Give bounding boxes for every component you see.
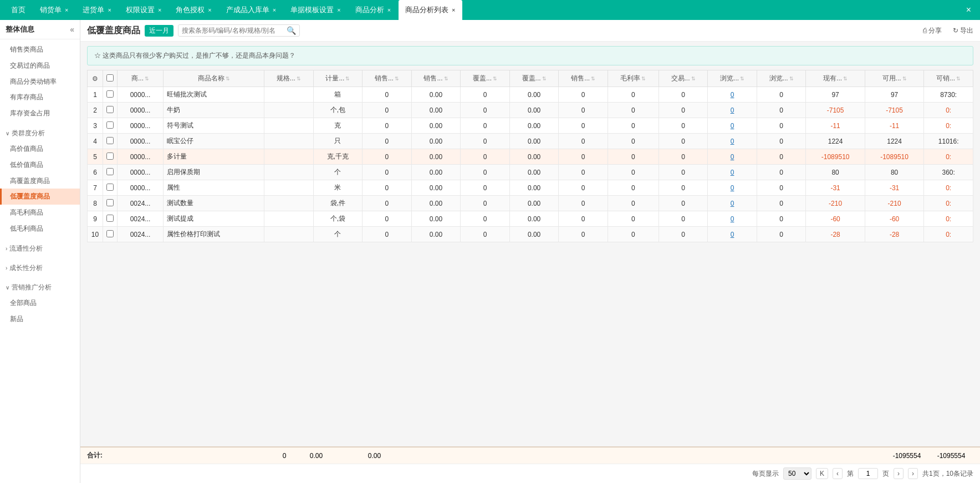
row-browse1[interactable]: 0 bbox=[708, 149, 757, 165]
nav-tab-goods-analysis[interactable]: 商品分析 × bbox=[349, 0, 397, 20]
nav-tab-sales-close[interactable]: × bbox=[65, 7, 68, 13]
nav-tab-goods-analysis-list-close[interactable]: × bbox=[452, 7, 455, 13]
sidebar-item-new-goods[interactable]: 新品 bbox=[0, 311, 80, 327]
row-cov2: 0.00 bbox=[509, 149, 559, 165]
nav-tab-roles-close[interactable]: × bbox=[208, 7, 211, 13]
col-gross-rate[interactable]: 毛利率⇅ bbox=[608, 70, 659, 87]
row-checkbox[interactable] bbox=[103, 165, 118, 180]
row-select-checkbox[interactable] bbox=[106, 90, 114, 98]
row-checkbox[interactable] bbox=[103, 149, 118, 165]
col-sales-amt[interactable]: 销售...⇅ bbox=[411, 70, 461, 87]
row-select-checkbox[interactable] bbox=[106, 184, 114, 191]
nav-tab-sales[interactable]: 销货单 × bbox=[33, 0, 75, 20]
row-cov1: 0 bbox=[461, 103, 510, 118]
col-unit[interactable]: 计量...⇅ bbox=[313, 70, 363, 87]
row-browse1[interactable]: 0 bbox=[708, 134, 757, 149]
row-browse1[interactable]: 0 bbox=[708, 196, 757, 211]
export-button[interactable]: ↻ 导出 bbox=[953, 26, 973, 35]
sidebar-item-in-stock[interactable]: 有库存商品 bbox=[0, 89, 80, 105]
sidebar-section-marketing-title[interactable]: ∨ 营销推广分析 bbox=[0, 280, 80, 295]
row-checkbox[interactable] bbox=[103, 103, 118, 118]
nav-tab-template-close[interactable]: × bbox=[337, 7, 340, 13]
row-select-checkbox[interactable] bbox=[106, 121, 114, 129]
row-checkbox[interactable] bbox=[103, 227, 118, 242]
col-sales-qty[interactable]: 销售...⇅ bbox=[363, 70, 412, 87]
sidebar-item-sales-goods[interactable]: 销售类商品 bbox=[0, 42, 80, 58]
nav-tab-permissions[interactable]: 权限设置 × bbox=[119, 0, 168, 20]
row-checkbox[interactable] bbox=[103, 211, 118, 227]
col-checkbox[interactable] bbox=[103, 70, 118, 87]
row-select-checkbox[interactable] bbox=[106, 230, 114, 237]
col-browse1[interactable]: 浏览...⇅ bbox=[708, 70, 757, 87]
row-browse1[interactable]: 0 bbox=[708, 103, 757, 118]
next-page-button[interactable]: › bbox=[894, 468, 904, 479]
row-select-checkbox[interactable] bbox=[106, 199, 114, 206]
page-size-select[interactable]: 50 20 100 bbox=[783, 467, 811, 480]
row-browse1[interactable]: 0 bbox=[708, 211, 757, 227]
nav-tab-goods-analysis-close[interactable]: × bbox=[387, 7, 391, 13]
row-browse1[interactable]: 0 bbox=[708, 165, 757, 180]
row-checkbox[interactable] bbox=[103, 134, 118, 149]
col-current[interactable]: 现有...⇅ bbox=[806, 70, 865, 87]
sidebar-item-high-coverage[interactable]: 高覆盖度商品 bbox=[0, 173, 80, 189]
sidebar-item-high-margin[interactable]: 高毛利商品 bbox=[0, 205, 80, 221]
sidebar-collapse-button[interactable]: « bbox=[70, 25, 74, 34]
page-number-input[interactable] bbox=[858, 468, 878, 479]
row-select-checkbox[interactable] bbox=[106, 168, 114, 175]
col-browse2[interactable]: 浏览...⇅ bbox=[757, 70, 806, 87]
row-select-checkbox[interactable] bbox=[106, 152, 114, 160]
sidebar-section-circulation-title[interactable]: › 流通性分析 bbox=[0, 241, 80, 256]
col-settings[interactable]: ⚙ bbox=[88, 70, 103, 87]
nav-tab-purchase[interactable]: 进货单 × bbox=[76, 0, 118, 20]
col-code[interactable]: 商...⇅ bbox=[118, 70, 164, 87]
row-browse1[interactable]: 0 bbox=[708, 227, 757, 242]
row-checkbox[interactable] bbox=[103, 180, 118, 196]
sidebar-item-low-margin[interactable]: 低毛利商品 bbox=[0, 221, 80, 237]
row-checkbox[interactable] bbox=[103, 196, 118, 211]
share-button[interactable]: ⎙ 分享 bbox=[923, 26, 942, 35]
col-saleable[interactable]: 可销...⇅ bbox=[924, 70, 973, 87]
select-all-checkbox[interactable] bbox=[106, 74, 114, 82]
col-available[interactable]: 可用...⇅ bbox=[865, 70, 923, 87]
nav-tab-goods-analysis-list[interactable]: 商品分析列表 × bbox=[399, 0, 462, 20]
sidebar-item-category-rate[interactable]: 商品分类动销率 bbox=[0, 74, 80, 90]
last-page-button[interactable]: › bbox=[908, 468, 918, 479]
col-sales3[interactable]: 销售...⇅ bbox=[559, 70, 608, 87]
col-trade[interactable]: 交易...⇅ bbox=[659, 70, 708, 87]
window-close-button[interactable]: × bbox=[962, 5, 976, 15]
sidebar-item-all-goods[interactable]: 全部商品 bbox=[0, 295, 80, 311]
sidebar-section-cluster-title[interactable]: ∨ 类群度分析 bbox=[0, 126, 80, 141]
col-spec[interactable]: 规格...⇅ bbox=[264, 70, 314, 87]
row-select-checkbox[interactable] bbox=[106, 215, 114, 222]
sidebar-section-growth-title[interactable]: › 成长性分析 bbox=[0, 261, 80, 276]
sidebar-item-low-coverage[interactable]: 低覆盖度商品 bbox=[0, 189, 80, 205]
row-browse1[interactable]: 0 bbox=[708, 118, 757, 134]
first-page-button[interactable]: K bbox=[816, 468, 828, 479]
row-cov1: 0 bbox=[461, 211, 510, 227]
row-checkbox[interactable] bbox=[103, 118, 118, 134]
nav-tab-purchase-close[interactable]: × bbox=[108, 7, 111, 13]
nav-tab-product-inbound-close[interactable]: × bbox=[273, 7, 276, 13]
prev-page-button[interactable]: ‹ bbox=[833, 468, 843, 479]
search-icon[interactable]: 🔍 bbox=[287, 26, 296, 35]
row-browse1[interactable]: 0 bbox=[708, 87, 757, 103]
sidebar-item-high-value[interactable]: 高价值商品 bbox=[0, 141, 80, 157]
row-browse1[interactable]: 0 bbox=[708, 180, 757, 196]
row-checkbox[interactable] bbox=[103, 87, 118, 103]
time-filter-button[interactable]: 近一月 bbox=[145, 25, 173, 37]
col-name[interactable]: 商品名称⇅ bbox=[164, 70, 264, 87]
nav-tab-product-inbound[interactable]: 产成品入库单 × bbox=[220, 0, 283, 20]
col-coverage2[interactable]: 覆盖...⇅ bbox=[509, 70, 559, 87]
nav-tab-roles[interactable]: 角色授权 × bbox=[169, 0, 218, 20]
sidebar-item-low-value[interactable]: 低价值商品 bbox=[0, 157, 80, 173]
sidebar-item-traded-goods[interactable]: 交易过的商品 bbox=[0, 58, 80, 74]
sidebar-item-inventory-capital[interactable]: 库存资金占用 bbox=[0, 105, 80, 121]
row-select-checkbox[interactable] bbox=[106, 137, 114, 144]
row-select-checkbox[interactable] bbox=[106, 106, 114, 113]
nav-tab-template[interactable]: 单据模板设置 × bbox=[284, 0, 347, 20]
nav-tab-home[interactable]: 首页 bbox=[4, 0, 32, 20]
row-sales-qty: 0 bbox=[363, 180, 412, 196]
nav-tab-permissions-close[interactable]: × bbox=[158, 7, 161, 13]
search-input[interactable] bbox=[182, 27, 284, 34]
col-coverage1[interactable]: 覆盖...⇅ bbox=[461, 70, 510, 87]
